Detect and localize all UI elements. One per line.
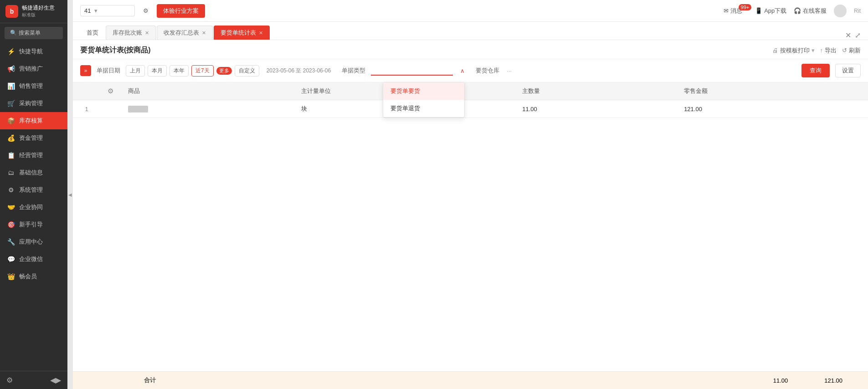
collapse-arrow: ◀	[68, 192, 72, 197]
sidebar-collapse-handle[interactable]: ◀	[67, 0, 73, 389]
purchase-icon: 🛒	[6, 100, 15, 107]
dropdown-item-order[interactable]: 要货单要货	[383, 82, 464, 100]
page-header: 要货单统计表(按商品) 🖨 按模板打印 ▾ ↑ 导出 ↺ 刷新	[73, 40, 868, 59]
user-avatar[interactable]	[834, 5, 847, 17]
sidebar-search[interactable]: 🔍 搜索菜单	[5, 27, 63, 39]
expand-icon: »	[84, 67, 87, 74]
column-settings-icon[interactable]: ⚙	[108, 87, 113, 95]
sidebar-item-collab[interactable]: 🤝 企业协同	[0, 199, 67, 216]
tab-batch-label: 库存批次账	[113, 29, 142, 37]
sidebar-item-label: 应用中心	[19, 238, 61, 246]
tab-batch[interactable]: 库存批次账 ✕	[106, 26, 156, 40]
date-last-month-btn[interactable]: 上月	[126, 65, 145, 77]
date-range-text: 2023-05-06 至 2023-06-06	[267, 67, 331, 75]
type-dropdown-arrow[interactable]: ∧	[460, 67, 465, 74]
sidebar-item-label: 新手引导	[19, 220, 61, 229]
app-download-label: App下载	[764, 7, 786, 15]
col-settings-header[interactable]: ⚙	[100, 82, 121, 100]
date-7days-btn[interactable]: 近7天	[191, 65, 214, 77]
gear-icon: ⚙	[143, 7, 149, 14]
export-label: 导出	[825, 46, 837, 55]
export-button[interactable]: ↑ 导出	[820, 46, 837, 55]
sidebar-item-label: 资金管理	[19, 134, 61, 142]
date-7days-label: 近7天	[195, 67, 210, 74]
refresh-button[interactable]: ↺ 刷新	[842, 46, 861, 55]
chevron-down-icon: ▾	[94, 7, 98, 14]
headset-icon: 🎧	[794, 7, 801, 14]
sidebar-item-purchase[interactable]: 🛒 采购管理	[0, 95, 67, 112]
sidebar-item-label: 畅会员	[19, 272, 61, 281]
sidebar-item-operations[interactable]: 📋 经营管理	[0, 147, 67, 164]
refresh-label: 刷新	[849, 46, 861, 55]
tab-expand-icon[interactable]: ⤢	[855, 31, 861, 40]
tab-summary[interactable]: 收发存汇总表 ✕	[157, 26, 213, 40]
date-custom-btn[interactable]: 自定义	[235, 65, 259, 77]
tab-order-stats-label: 要货单统计表	[221, 29, 256, 37]
filter-expand-button[interactable]: »	[80, 65, 91, 76]
table-footer: 合计 11.00 121.00	[73, 371, 868, 389]
sidebar-item-finance[interactable]: 💰 资金管理	[0, 129, 67, 147]
row-qty: 11.00	[515, 100, 677, 118]
settings-footer-icon[interactable]: ⚙	[6, 376, 13, 384]
type-label: 单据类型	[342, 67, 365, 75]
date-this-month-btn[interactable]: 本月	[148, 65, 167, 77]
topbar-settings-button[interactable]: ⚙	[139, 4, 153, 18]
col-index-header	[73, 82, 100, 100]
apps-icon: 🔧	[6, 238, 15, 246]
sidebar-item-inventory[interactable]: 📦 库存核算	[0, 112, 67, 129]
type-input[interactable]	[371, 66, 453, 76]
tab-close-all-icon[interactable]: ✕	[845, 31, 851, 40]
print-icon: 🖨	[772, 47, 778, 54]
tab-batch-close-icon[interactable]: ✕	[145, 30, 149, 36]
sidebar-item-label: 基础信息	[19, 169, 61, 177]
sidebar-item-guide[interactable]: 🎯 新手引导	[0, 216, 67, 233]
phone-icon: 📱	[755, 7, 762, 14]
wechat-icon: 💬	[6, 256, 15, 263]
date-label: 单据日期	[97, 67, 120, 75]
topbar-left: 41 ▾ ⚙ 体验行业方案	[80, 4, 205, 18]
app-download-button[interactable]: 📱 App下载	[755, 7, 786, 15]
tab-summary-close-icon[interactable]: ✕	[202, 30, 206, 36]
collab-icon: 🤝	[6, 204, 15, 211]
collapse-icon[interactable]: ◀▶	[50, 376, 61, 384]
online-service-button[interactable]: 🎧 在线客服	[794, 7, 827, 15]
quicknav-icon: ⚡	[6, 48, 15, 55]
sidebar-item-sales[interactable]: 📊 销售管理	[0, 77, 67, 95]
dropdown-item-return[interactable]: 要货单退货	[383, 100, 464, 117]
filter-area: » 单据日期 上月 本月 本年 近7天 更多 自定义 2023-05-06 至 …	[73, 59, 868, 82]
logo-title: 畅捷通好生意	[22, 5, 55, 12]
logo-sub: 标准版	[22, 12, 55, 18]
sales-icon: 📊	[6, 82, 15, 90]
company-selector[interactable]: 41 ▾	[80, 5, 135, 16]
sidebar-item-apps[interactable]: 🔧 应用中心	[0, 233, 67, 251]
sidebar-item-label: 采购管理	[19, 99, 61, 107]
user-name: Rit	[854, 8, 861, 14]
warehouse-more-icon[interactable]: ···	[507, 67, 512, 74]
guide-icon: 🎯	[6, 221, 15, 228]
total-label: 合计	[144, 376, 156, 384]
sidebar-item-label: 营销推广	[19, 65, 61, 73]
operations-icon: 📋	[6, 152, 15, 159]
sidebar-item-label: 库存核算	[19, 117, 61, 125]
messages-button[interactable]: ✉ 消息 99+	[724, 7, 748, 15]
sidebar-item-marketing[interactable]: 📢 营销推广	[0, 60, 67, 77]
print-button[interactable]: 🖨 按模板打印 ▾	[772, 46, 815, 55]
row-settings-cell	[100, 100, 121, 118]
filter-setting-button[interactable]: 设置	[835, 64, 861, 77]
topbar-right: ✉ 消息 99+ 📱 App下载 🎧 在线客服 Rit	[724, 5, 861, 17]
row-product	[121, 100, 294, 118]
sidebar-item-member[interactable]: 👑 畅会员	[0, 268, 67, 285]
tab-order-stats[interactable]: 要货单统计表 ✕	[214, 26, 270, 40]
tab-order-stats-close-icon[interactable]: ✕	[259, 30, 263, 36]
tab-home[interactable]: 首页	[80, 26, 105, 40]
sidebar-nav: ⚡ 快捷导航 📢 营销推广 📊 销售管理 🛒 采购管理 📦 库存核算 💰 资金管…	[0, 43, 67, 371]
sidebar-item-wechat[interactable]: 💬 企业微信	[0, 251, 67, 268]
trial-button[interactable]: 体验行业方案	[157, 4, 205, 18]
sidebar-item-system[interactable]: ⚙ 系统管理	[0, 181, 67, 199]
date-this-year-btn[interactable]: 本年	[169, 65, 189, 77]
query-button[interactable]: 查询	[801, 64, 830, 77]
message-icon: ✉	[724, 7, 729, 14]
date-more-badge[interactable]: 更多	[216, 67, 232, 75]
sidebar-item-quicknav[interactable]: ⚡ 快捷导航	[0, 43, 67, 60]
sidebar-item-basic[interactable]: 🗂 基础信息	[0, 164, 67, 181]
